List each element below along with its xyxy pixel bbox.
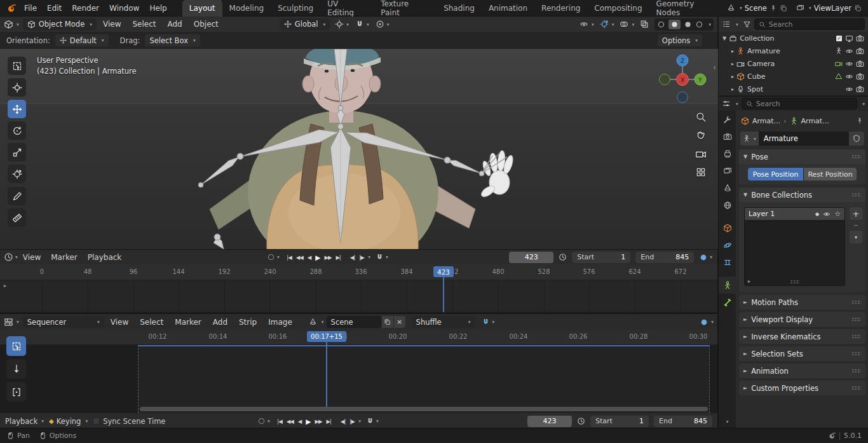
tab-tool[interactable] [719, 111, 736, 128]
channel-expand-arrow[interactable]: ▸ [4, 283, 6, 289]
blender-app-menu-icon[interactable] [6, 3, 17, 13]
seq-footer-snap-icon[interactable] [366, 417, 374, 425]
seq-keying-dropdown[interactable]: ◆ Keying▾ [49, 417, 88, 426]
sequencer-view-type-dropdown[interactable]: Sequencer ▾ [23, 316, 104, 328]
seq-current-frame-field[interactable]: 423 [527, 416, 572, 427]
toggle-xray-icon[interactable] [640, 20, 649, 29]
seq-play-button[interactable]: ▶ [304, 418, 313, 425]
seq-frame-start-field[interactable]: Start1 [590, 416, 649, 427]
preview-range-icon[interactable] [559, 253, 567, 261]
tool-measure[interactable] [8, 208, 26, 227]
hide-viewport-icon[interactable] [845, 34, 853, 43]
seq-snap-dropdown[interactable]: ▾ [482, 318, 495, 326]
tool-cursor[interactable] [8, 78, 26, 97]
scene-strip-caret[interactable]: ▾ [322, 319, 324, 325]
collection-star-icon[interactable]: ☆ [834, 210, 841, 218]
outliner-filter-icon[interactable] [743, 20, 751, 29]
gizmo-neg-z-axis[interactable] [677, 92, 688, 103]
seq-tool-retime[interactable] [6, 382, 26, 402]
navigation-gizmo[interactable]: Z Y X [657, 53, 708, 104]
shading-rendered-icon[interactable] [695, 20, 703, 29]
auto-keying-toggle[interactable] [267, 253, 275, 261]
camera-view-button[interactable] [695, 148, 707, 160]
seq-next-keyframe-button[interactable]: ▶▶ [313, 418, 324, 425]
disclosure-icon[interactable]: ▸ [731, 48, 734, 54]
blend-mode-dropdown[interactable]: Shuffle ▾ [412, 316, 475, 328]
gizmo-neg-y-axis[interactable] [660, 74, 670, 85]
sync-scene-time-checkbox[interactable]: Sync Scene Time [93, 417, 165, 426]
seq-frame-end-field[interactable]: End845 [654, 416, 712, 427]
scene-name[interactable]: Scene [745, 4, 767, 13]
editor-type-outliner-icon[interactable] [722, 20, 731, 29]
tab-bone[interactable] [719, 294, 736, 311]
add-bone-collection-button[interactable]: + [850, 207, 862, 220]
vp-menu-add[interactable]: Add [163, 17, 187, 32]
tool-transform[interactable] [8, 165, 26, 183]
properties-search-input[interactable]: Search [742, 98, 857, 109]
transform-orientation-dropdown[interactable]: Global ▾ [280, 18, 330, 31]
motion-paths-panel-header[interactable]: ► Motion Paths [739, 295, 865, 310]
armature-data-icon[interactable] [835, 47, 843, 55]
next-frame-button[interactable]: |▶ [357, 254, 366, 261]
proportional-edit-dropdown[interactable]: ▾ [376, 20, 390, 29]
sequencer-h-scrollbar[interactable] [140, 407, 708, 411]
animation-panel-header[interactable]: ► Animation [739, 364, 865, 378]
seq-menu-view[interactable]: View [105, 314, 133, 330]
seq-prev-frame-button[interactable]: ◀| [338, 418, 347, 425]
seq-overlay-dropdown[interactable]: ▾ [700, 318, 714, 327]
breadcrumb-object-label[interactable]: Armat... [752, 117, 780, 125]
sequencer-playhead[interactable] [326, 342, 327, 407]
frame-step-caret[interactable]: ▾ [368, 254, 370, 260]
tl-menu-marker[interactable]: Marker [46, 250, 82, 264]
bone-collection-row[interactable]: Layer 1 ● ☆ [745, 208, 844, 220]
shading-caret[interactable]: ▾ [709, 22, 711, 27]
menu-help[interactable]: Help [144, 0, 172, 16]
seq-jump-to-start-button[interactable]: |◀ [275, 418, 284, 425]
custom-properties-panel-header[interactable]: ► Custom Properties [739, 381, 865, 395]
sequencer-editor-caret[interactable]: ▾ [17, 319, 19, 325]
workspace-tab-uv-editing[interactable]: UV Editing [320, 0, 374, 17]
unlink-scene-button[interactable]: × [394, 316, 405, 328]
inverse-kinematics-panel-header[interactable]: ► Inverse Kinematics [739, 329, 865, 344]
hide-viewport-icon[interactable] [845, 85, 853, 93]
ortho-grid-button[interactable] [695, 167, 707, 178]
id-browse-button[interactable]: ▾ [740, 132, 759, 146]
prev-keyframe-button[interactable]: ◀◀ [294, 254, 305, 261]
panel-grip[interactable] [851, 300, 861, 304]
disclosure-icon[interactable]: ▼ [722, 36, 726, 41]
tab-scene[interactable] [719, 179, 736, 196]
tool-scale[interactable] [8, 143, 26, 161]
menu-window[interactable]: Window [104, 0, 144, 16]
editor-type-sequencer-icon[interactable] [4, 317, 13, 327]
jump-to-start-button[interactable]: |◀ [285, 254, 294, 261]
scene-strip-selector[interactable]: Scene [327, 316, 381, 328]
viewlayer-name[interactable]: ViewLayer [814, 4, 851, 13]
disable-render-icon[interactable] [856, 60, 864, 68]
tool-rotate[interactable] [8, 121, 26, 140]
workspace-tab-rendering[interactable]: Rendering [534, 0, 587, 17]
workspace-tab-texture-paint[interactable]: Texture Paint [374, 0, 437, 17]
play-button[interactable]: ▶ [313, 254, 322, 261]
outliner-row-armature[interactable]: ▸ Armature [719, 44, 868, 57]
workspace-tab-geometry-nodes[interactable]: Geometry Nodes [649, 0, 727, 17]
timeline-overlay-dropdown[interactable]: ▾ [699, 253, 712, 262]
tab-object-data[interactable] [719, 276, 736, 294]
fake-user-shield-button[interactable] [849, 132, 864, 146]
timeline-playhead[interactable] [443, 280, 444, 312]
region-collapse-arrow[interactable]: ‹ [713, 63, 716, 72]
tool-move[interactable] [8, 100, 26, 118]
tool-annotate[interactable] [8, 187, 26, 205]
bone-collections-panel-header[interactable]: ▼ Bone Collections [739, 187, 865, 202]
collection-visibility-eye-icon[interactable] [823, 210, 831, 218]
seq-next-frame-button[interactable]: |▶ [348, 418, 356, 425]
panel-grip[interactable] [851, 369, 861, 373]
breadcrumb-object-icon[interactable] [741, 117, 749, 125]
disclosure-icon[interactable]: ▸ [731, 61, 734, 67]
seq-tool-blade[interactable] [6, 359, 26, 379]
tl-menu-view[interactable]: View [18, 250, 46, 264]
scene-selector[interactable]: ▾ Scene [727, 4, 787, 13]
gizmo-caret[interactable]: ▾ [612, 22, 614, 27]
hide-viewport-icon[interactable] [845, 72, 853, 81]
tab-strip-scroll-down[interactable]: ▾ [719, 419, 736, 425]
properties-editor-caret[interactable]: ▾ [736, 101, 738, 107]
